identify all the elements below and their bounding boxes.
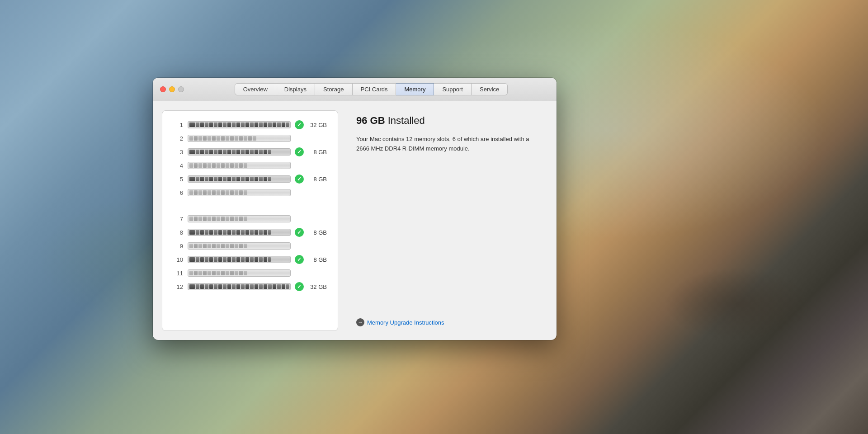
close-button[interactable] (160, 86, 166, 92)
upgrade-link[interactable]: Memory Upgrade Instructions (356, 318, 543, 326)
slot-bar-10 (188, 256, 291, 263)
slot-check-3 (294, 147, 304, 157)
tab-memory[interactable]: Memory (396, 83, 434, 95)
slot-check-4 (294, 160, 304, 170)
slot-bar-11 (188, 269, 291, 277)
upgrade-link-text: Memory Upgrade Instructions (367, 319, 444, 326)
slot-bar-6 (188, 189, 291, 196)
memory-slot-11: 11 (173, 268, 327, 278)
memory-slot-9: 9 (173, 241, 327, 251)
slot-size-12: 32 GB (308, 283, 327, 290)
check-icon-12 (295, 282, 304, 291)
memory-slot-8: 8 (173, 227, 327, 237)
slot-bar-fill-7 (188, 215, 291, 222)
slot-number-1: 1 (173, 122, 183, 128)
system-info-window: Overview Displays Storage PCI Cards Memo… (153, 78, 557, 340)
maximize-button[interactable] (178, 86, 184, 92)
content-area: 1 (153, 101, 557, 340)
slot-bar-fill-6 (188, 189, 291, 196)
upgrade-link-arrow-icon (356, 318, 364, 326)
slot-bar-fill-3 (188, 148, 291, 156)
slot-bar-3 (188, 148, 291, 156)
check-icon-8 (295, 228, 304, 237)
slot-bar-fill-2 (188, 135, 291, 142)
slot-number-10: 10 (173, 256, 183, 263)
slot-check-7 (294, 214, 304, 224)
slot-size-1: 32 GB (308, 122, 327, 128)
slot-bar-4 (188, 162, 291, 169)
titlebar: Overview Displays Storage PCI Cards Memo… (153, 78, 557, 101)
slot-bar-12 (188, 283, 291, 290)
slot-number-9: 9 (173, 243, 183, 250)
slot-bar-7 (188, 215, 291, 222)
slot-number-8: 8 (173, 229, 183, 236)
check-icon-1 (295, 120, 304, 129)
tab-pci-cards[interactable]: PCI Cards (353, 83, 396, 95)
slot-bar-8 (188, 229, 291, 236)
slot-bar-fill-11 (188, 269, 291, 277)
slot-check-11 (294, 268, 304, 278)
slot-check-9 (294, 241, 304, 251)
installed-title: 96 GB Installed (356, 115, 543, 127)
memory-slot-4: 4 (173, 160, 327, 170)
slot-check-5 (294, 174, 304, 184)
slot-check-8 (294, 227, 304, 237)
slot-number-12: 12 (173, 283, 183, 290)
tab-displays[interactable]: Displays (276, 83, 315, 95)
memory-slot-2: 2 (173, 133, 327, 143)
tab-bar: Overview Displays Storage PCI Cards Memo… (193, 83, 549, 95)
slot-bar-2 (188, 135, 291, 142)
slot-number-6: 6 (173, 189, 183, 196)
slot-group-1: 1 (173, 120, 327, 198)
memory-slot-10: 10 (173, 255, 327, 264)
slot-bar-fill-12 (188, 283, 291, 290)
installed-gb: 96 GB (356, 115, 385, 126)
tab-storage[interactable]: Storage (315, 83, 353, 95)
slot-number-11: 11 (173, 270, 183, 277)
memory-info-panel: 96 GB Installed Your Mac contains 12 mem… (347, 110, 547, 331)
slot-check-1 (294, 120, 304, 130)
slot-bar-fill-4 (188, 162, 291, 169)
installed-label: Installed (388, 115, 425, 126)
tab-support[interactable]: Support (434, 83, 472, 95)
memory-slot-12: 12 (173, 282, 327, 292)
slot-bar-1 (188, 121, 291, 128)
slot-check-12 (294, 282, 304, 292)
check-icon-3 (295, 147, 304, 156)
memory-slot-5: 5 (173, 174, 327, 184)
slot-size-10: 8 GB (308, 256, 327, 263)
slot-size-5: 8 GB (308, 176, 327, 183)
memory-slot-7: 7 (173, 214, 327, 224)
memory-slot-1: 1 (173, 120, 327, 130)
slot-bar-9 (188, 242, 291, 250)
slot-group-2: 7 (173, 214, 327, 292)
memory-description: Your Mac contains 12 memory slots, 6 of … (356, 135, 543, 154)
slot-bar-fill-1 (188, 121, 291, 128)
slot-check-10 (294, 255, 304, 264)
slot-number-2: 2 (173, 135, 183, 142)
tab-overview[interactable]: Overview (235, 83, 276, 95)
memory-slot-3: 3 (173, 147, 327, 157)
check-icon-5 (295, 175, 304, 184)
memory-slot-6: 6 (173, 188, 327, 198)
slot-check-2 (294, 133, 304, 143)
slot-number-7: 7 (173, 216, 183, 222)
slot-number-3: 3 (173, 149, 183, 156)
check-icon-10 (295, 255, 304, 264)
slot-size-8: 8 GB (308, 229, 327, 236)
slot-size-3: 8 GB (308, 149, 327, 156)
slot-number-5: 5 (173, 176, 183, 183)
slot-bar-fill-10 (188, 256, 291, 263)
minimize-button[interactable] (169, 86, 175, 92)
tab-service[interactable]: Service (472, 83, 508, 95)
memory-slots-panel: 1 (162, 110, 338, 331)
slot-bar-fill-8 (188, 229, 291, 236)
slot-bar-fill-5 (188, 175, 291, 183)
slot-group-divider (173, 207, 327, 214)
traffic-lights (160, 86, 184, 92)
slot-bar-fill-9 (188, 242, 291, 250)
slot-check-6 (294, 188, 304, 198)
slot-number-4: 4 (173, 162, 183, 169)
slot-bar-5 (188, 175, 291, 183)
